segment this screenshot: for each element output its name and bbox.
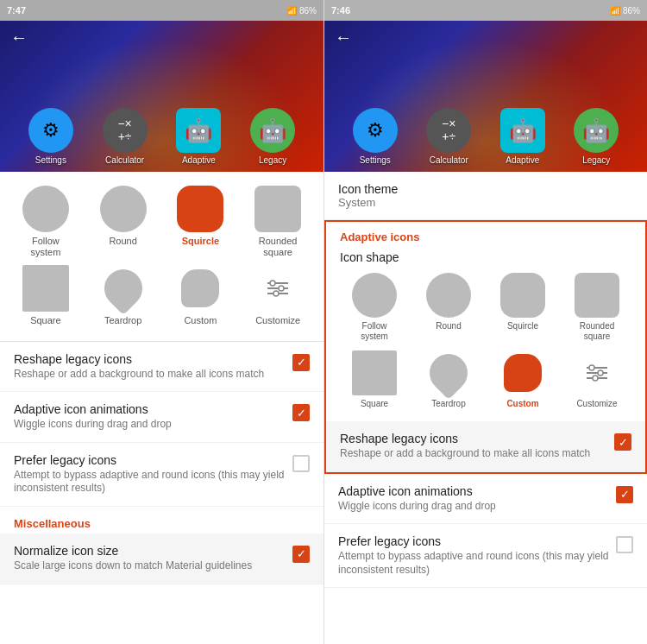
back-button-left[interactable]: ← [10, 28, 28, 47]
icon-theme-value: System [338, 196, 633, 209]
battery-right: 86% [623, 6, 640, 16]
calculator-label-right: Calculator [430, 155, 468, 165]
shape-label-follow-right: Followsystem [361, 321, 388, 342]
shape-round-right[interactable]: Round [414, 273, 483, 342]
app-icons-row-left: ⚙ Settings −×+÷ Calculator 🤖 Adaptive 🤖 … [0, 108, 324, 165]
shape-squircle-left[interactable]: Squircle [166, 186, 236, 258]
shape-selector-left: Followsystem Round Squircle Roundedsquar… [0, 172, 324, 341]
shape-preview-round-left [100, 186, 147, 232]
shape-label-rounded-left: Roundedsquare [259, 236, 298, 258]
shape-squircle-right[interactable]: Squircle [488, 273, 557, 342]
prefer-legacy-checkbox-right[interactable] [616, 536, 633, 553]
shape-teardrop-left[interactable]: Teardrop [88, 265, 159, 326]
shape-preview-round-right [426, 273, 471, 318]
shape-teardrop-wrap-left [100, 265, 147, 312]
time-right: 7:46 [331, 5, 350, 16]
normalize-size-text-left: Normalize icon size Scale large icons do… [14, 544, 286, 573]
legacy-label-right: Legacy [582, 155, 610, 165]
left-panel: 7:47 📶 86% ← ⚙ Settings −×+÷ Calculator … [0, 0, 324, 644]
shape-follow-system-left[interactable]: Followsystem [10, 186, 81, 258]
normalize-size-checkbox-left[interactable]: ✓ [292, 546, 310, 563]
wifi-icon: 📶 [286, 6, 297, 16]
shape-rounded-left[interactable]: Roundedsquare [242, 186, 313, 258]
reshape-legacy-item-right[interactable]: Reshape legacy icons Reshape or add a ba… [326, 421, 645, 472]
reshape-legacy-item-left[interactable]: Reshape legacy icons Reshape or add a ba… [0, 342, 324, 393]
svg-point-5 [273, 291, 279, 296]
normalize-size-desc-left: Scale large icons down to match Material… [14, 559, 286, 573]
shape-customize-right[interactable]: Customize [562, 350, 631, 409]
shape-label-squircle-right: Squircle [507, 321, 538, 331]
adaptive-anim-item-left[interactable]: Adaptive icon animations Wiggle icons du… [0, 392, 324, 443]
shape-round-left[interactable]: Round [88, 186, 159, 258]
adaptive-icons-section: Adaptive icons Icon shape Followsystem R… [326, 222, 645, 421]
shape-preview-squircle-left [177, 186, 223, 232]
adaptive-anim-desc-left: Wiggle icons during drag and drop [14, 418, 286, 432]
shape-rounded-right[interactable]: Roundedsquare [562, 273, 631, 342]
shape-custom-left[interactable]: Custom [166, 265, 236, 326]
reshape-legacy-checkbox-right[interactable]: ✓ [614, 433, 631, 451]
shape-custom-wrap-left [177, 265, 223, 312]
misc-section-header-left: Miscellaneous [0, 507, 324, 534]
adaptive-anim-text-right: Adaptive icon animations Wiggle icons du… [338, 484, 609, 514]
adaptive-anim-title-left: Adaptive icon animations [14, 402, 286, 416]
shape-square-left[interactable]: Square [10, 265, 81, 326]
shape-square-right[interactable]: Square [340, 350, 409, 409]
app-icon-settings-left: ⚙ Settings [28, 108, 73, 165]
hero-left: ← ⚙ Settings −×+÷ Calculator 🤖 Adaptive … [0, 21, 324, 172]
reshape-legacy-desc-left: Reshape or add a background to make all … [14, 368, 286, 382]
reshape-legacy-checkbox-left[interactable]: ✓ [292, 354, 310, 371]
app-icon-legacy-right: 🤖 Legacy [574, 108, 619, 165]
shape-preview-teardrop-left [97, 262, 150, 315]
status-bar-right: 7:46 📶 86% [324, 0, 647, 21]
app-icons-row-right: ⚙ Settings −×+÷ Calculator 🤖 Adaptive 🤖 … [324, 108, 647, 165]
adaptive-icons-title: Adaptive icons [340, 230, 631, 243]
prefer-legacy-item-right[interactable]: Prefer legacy icons Attempt to bypass ad… [324, 524, 647, 588]
prefer-legacy-item-left[interactable]: Prefer legacy icons Attempt to bypass ad… [0, 443, 324, 507]
calculator-label-left: Calculator [105, 155, 144, 165]
shape-label-round-left: Round [109, 236, 136, 247]
shape-label-square-left: Square [30, 315, 60, 326]
svg-point-3 [270, 281, 275, 286]
icon-theme-title: Icon theme [338, 182, 633, 196]
battery-left: 86% [299, 6, 317, 16]
shape-preview-custom-right [504, 354, 542, 392]
shape-preview-squircle-right [500, 273, 545, 318]
prefer-legacy-checkbox-left[interactable] [292, 455, 310, 472]
normalize-size-title-left: Normalize icon size [14, 544, 286, 558]
legacy-icon-left: 🤖 [250, 108, 295, 153]
adaptive-icons-container: Adaptive icons Icon shape Followsystem R… [324, 220, 647, 474]
svg-point-10 [598, 370, 603, 376]
prefer-legacy-text-right: Prefer legacy icons Attempt to bypass ad… [338, 534, 609, 577]
back-button-right[interactable]: ← [335, 28, 352, 47]
right-panel: 7:46 📶 86% ← ⚙ Settings −×+÷ Calculator … [324, 0, 647, 644]
shape-label-customize-left: Customize [255, 315, 300, 326]
app-icon-adaptive-right: 🤖 Adaptive [500, 108, 545, 165]
shape-label-rounded-right: Roundedsquare [580, 321, 615, 342]
settings-icon-right: ⚙ [353, 108, 398, 153]
shape-grid-right-bottom: Square Teardrop Custom [340, 350, 631, 409]
status-icons-right: 📶 86% [610, 6, 640, 16]
reshape-legacy-text-right: Reshape legacy icons Reshape or add a ba… [340, 432, 607, 461]
shape-customize-left[interactable]: Customize [242, 265, 313, 326]
adaptive-label-left: Adaptive [182, 155, 216, 165]
shape-grid-right-top: Followsystem Round Squircle Roundedsquar… [340, 273, 631, 342]
legacy-icon-right: 🤖 [574, 108, 619, 153]
svg-point-9 [589, 365, 594, 370]
svg-point-11 [593, 376, 598, 381]
shape-teardrop-right[interactable]: Teardrop [414, 350, 483, 409]
adaptive-anim-text-left: Adaptive icon animations Wiggle icons du… [14, 402, 286, 432]
shape-custom-right[interactable]: Custom [488, 350, 557, 409]
wifi-icon-right: 📶 [610, 6, 620, 16]
shape-grid-left: Followsystem Round Squircle Roundedsquar… [10, 186, 313, 327]
shape-preview-square-left [22, 265, 69, 312]
normalize-size-item-left[interactable]: Normalize icon size Scale large icons do… [0, 534, 324, 584]
adaptive-anim-checkbox-right[interactable]: ✓ [616, 486, 633, 503]
adaptive-anim-checkbox-left[interactable]: ✓ [292, 404, 310, 421]
shape-preview-follow-right [352, 273, 397, 318]
adaptive-anim-item-right[interactable]: Adaptive icon animations Wiggle icons du… [324, 474, 647, 525]
shape-follow-system-right[interactable]: Followsystem [340, 273, 409, 342]
reshape-legacy-text-left: Reshape legacy icons Reshape or add a ba… [14, 352, 286, 382]
settings-icon-left: ⚙ [28, 108, 73, 153]
settings-label-right: Settings [360, 155, 391, 165]
settings-label-left: Settings [35, 155, 66, 165]
